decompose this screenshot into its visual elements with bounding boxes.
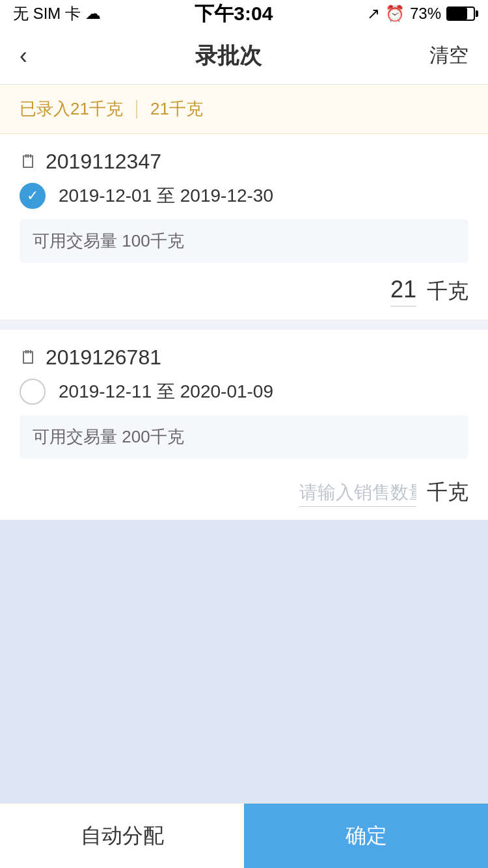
confirm-button[interactable]: 确定	[244, 804, 488, 868]
batch-2-header: 🗒 2019126781	[0, 330, 488, 375]
batch-1-date: 2019-12-01 至 2019-12-30	[59, 183, 273, 208]
battery-icon	[446, 7, 475, 21]
batch-1-id: 2019112347	[46, 150, 161, 174]
battery-fill	[448, 8, 467, 20]
status-bar: 无 SIM 卡 ☁ 下午3:04 ↗ ⏰ 73%	[0, 0, 488, 27]
batch-2-radio[interactable]	[20, 379, 46, 405]
batch-2-quantity-section: 千克	[0, 472, 488, 520]
signal-icon: ↗	[367, 5, 380, 23]
batch-2-doc-icon: 🗒	[20, 347, 38, 368]
summary-value: 21千克	[150, 98, 203, 120]
batch-2-id: 2019126781	[46, 346, 161, 370]
back-button[interactable]: ‹	[20, 42, 27, 70]
page-title: 录批次	[195, 41, 262, 71]
summary-entered-label: 已录入21千克	[20, 98, 123, 120]
batch-2-quantity-input[interactable]	[299, 478, 416, 504]
batch-2-date-row: 2019-12-11 至 2020-01-09	[0, 375, 488, 409]
batch-1-header: 🗒 2019112347	[0, 134, 488, 179]
batch-1-date-row: ✓ 2019-12-01 至 2019-12-30	[0, 179, 488, 213]
summary-divider	[136, 100, 137, 118]
batch-1-doc-icon: 🗒	[20, 151, 38, 172]
summary-bar: 已录入21千克 21千克	[0, 85, 488, 134]
batch-1-check-icon: ✓	[27, 187, 38, 204]
auto-distribute-button[interactable]: 自动分配	[0, 804, 244, 868]
card-separator-1	[0, 319, 488, 330]
battery-percent: 73%	[410, 5, 441, 23]
batch-2-unit: 千克	[427, 478, 468, 507]
no-sim-label: 无 SIM 卡 ☁	[13, 3, 101, 24]
batch-2-qty-underline[interactable]	[299, 478, 416, 507]
status-left: 无 SIM 卡 ☁	[13, 3, 101, 24]
bottom-bar: 自动分配 确定	[0, 803, 488, 868]
batch-1-radio[interactable]: ✓	[20, 183, 46, 209]
batch-1-quantity-value: 21	[390, 276, 416, 303]
empty-area	[0, 520, 488, 803]
status-time: 下午3:04	[195, 1, 273, 27]
batch-1-quantity-section: 21 千克	[0, 276, 488, 319]
nav-bar: ‹ 录批次 清空	[0, 27, 488, 85]
batch-1-qty-underline: 21	[390, 276, 416, 306]
batch-2-date: 2019-12-11 至 2020-01-09	[59, 379, 273, 404]
batch-1-unit: 千克	[427, 277, 468, 306]
batch-1-card: 🗒 2019112347 ✓ 2019-12-01 至 2019-12-30 可…	[0, 134, 488, 319]
clear-button[interactable]: 清空	[429, 42, 468, 69]
alarm-icon: ⏰	[385, 5, 405, 23]
batch-2-avail: 可用交易量 200千克	[20, 415, 468, 459]
status-right: ↗ ⏰ 73%	[367, 5, 475, 23]
batch-1-avail: 可用交易量 100千克	[20, 219, 468, 263]
batch-2-card: 🗒 2019126781 2019-12-11 至 2020-01-09 可用交…	[0, 330, 488, 520]
